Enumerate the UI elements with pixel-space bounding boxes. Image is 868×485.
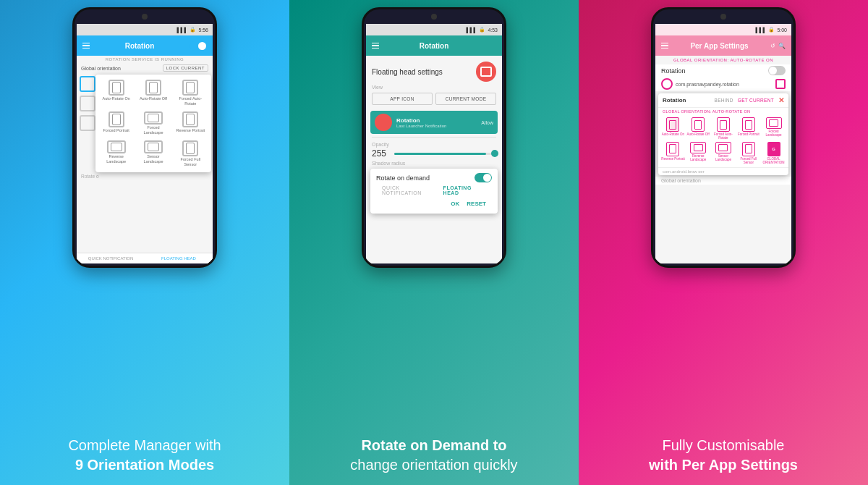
popup-icon-forced-auto [717,117,730,132]
icon-inner-p-forced-full [745,144,752,153]
floating-head-header: Floating head settings [366,56,502,85]
panel-pink: ▌▌▌ 🔒 5:00 Per App Settings ↺ [579,0,868,485]
search-icon-pink[interactable]: 🔍 [778,43,786,49]
icon-inner-p-auto-on [669,120,676,130]
signal-icon-blue: ▌▌▌ [176,28,187,33]
fh-icon [476,62,496,82]
global-orient-row: Global orientation LOCK CURRENT [77,63,213,73]
popup-label-sensor-landscape: Sensor Landscape [712,154,736,162]
rotation-toggle-pink[interactable] [768,66,786,75]
lock-current-btn[interactable]: LOCK CURRENT [163,64,208,72]
popup-icon-sensor-landscape [715,142,731,153]
popup-icon-auto-on [666,117,679,132]
orient-icon-forced-auto [182,80,198,96]
rotate-label-bottom: Rotate o [77,172,213,179]
popup-orient-forced-portrait[interactable]: Forced Portrait [736,117,760,140]
per-app-popup: Rotation BEHIND GET CURRENT ✕ GLOBAL ORI… [658,93,788,175]
quick-notif-tab-teal[interactable]: QUICK NOTIFICATION [382,185,438,195]
opacity-label: Opacity [372,142,496,147]
caption-line1-blue: Complete Manager with [68,437,221,453]
opacity-slider[interactable] [394,153,496,155]
notif-icon [375,114,392,131]
icon-inner-p-forced-auto [720,120,727,130]
opacity-value: 255 [372,148,390,159]
popup-icon-forced-full [742,142,755,156]
orient-label-reverse-portrait: Reverse Portrait [176,128,205,133]
status-bar-teal: ▌▌▌ 🔒 4:53 [366,24,502,35]
floating-head-tab-teal[interactable]: FLOATING HEAD [443,185,486,195]
popup-title: Rotation [663,97,686,104]
lock-icon-teal: 🔒 [479,27,485,33]
popup-orient-global[interactable]: G GLOBAL ORIENTATION [762,142,786,165]
app-header-teal: Rotation [366,35,502,56]
orient-item-auto-off[interactable]: Auto-Rotate Off [135,77,171,108]
orient-item-reverse-landscape[interactable]: Reverse Landscape [98,138,134,169]
hamburger-icon-teal [372,43,379,49]
time-blue: 5:56 [198,28,208,33]
popup-orient-reverse-portrait[interactable]: Reverse Portrait [661,142,685,165]
icon-inner-p-sensor-landscape [718,144,728,151]
notif-text: Rotation Last Launcher Notification [396,117,477,128]
orient-item-forced-portrait[interactable]: Forced Portrait [98,109,134,137]
popup-icon-auto-off [692,117,705,132]
global-icon-letter: G [772,147,775,151]
popup-label-reverse-portrait: Reverse Portrait [661,157,685,161]
popup-label-forced-full: Forced Full Sensor [736,157,760,165]
popup-label-forced-landscape: Forced Landscape [762,130,786,138]
current-mode-tab[interactable]: CURRENT MODE [435,93,496,105]
orient-item-forced-auto[interactable]: Forced Auto-Rotate [173,77,208,108]
icon-inner-forced-full [186,143,195,154]
signal-icon-teal: ▌▌▌ [466,28,477,33]
orient-item-forced-full[interactable]: Forced Full Sensor [173,138,208,169]
quick-notif-tab-blue[interactable]: QUICK NOTIFICATION [77,253,145,263]
caption-line1-teal: Rotate on Demand to [361,437,506,453]
panel-caption-pink: Fully Customisable with Per App Settings [637,429,809,485]
opacity-row: 255 [372,148,496,159]
history-icon-pink[interactable]: ↺ [770,43,775,49]
popup-orient-forced-auto[interactable]: Forced Auto-Rotate [712,117,736,140]
popup-orient-reverse-landscape[interactable]: Reverse Landscape [686,142,710,165]
orient-item-sensor-landscape[interactable]: Sensor Landscape [135,138,171,169]
app-title-teal: Rotation [420,42,449,50]
phone-body-pink: ▌▌▌ 🔒 5:00 Per App Settings ↺ [651,7,796,268]
popup-orient-auto-on[interactable]: Auto-Rotate On [661,117,685,140]
reset-btn[interactable]: RESET [467,201,486,207]
icon-inner-auto-off [149,82,158,93]
icon-inner-sensor-landscape [148,143,159,151]
floating-head-tab-blue[interactable]: FLOATING HEAD [145,253,213,263]
popup-get-current[interactable]: GET CURRENT [738,98,774,103]
popup-orient-sensor-landscape[interactable]: Sensor Landscape [712,142,736,165]
opacity-section: Opacity 255 [366,140,502,161]
popup-orient-forced-landscape[interactable]: Forced Landscape [762,117,786,140]
divider-teal [372,137,496,138]
app-icon-circle [661,78,673,90]
popup-orient-forced-full[interactable]: Forced Full Sensor [736,142,760,165]
rotation-label: Rotation [661,67,686,75]
toggle-blue[interactable] [190,41,207,51]
global-orient-label: Global orientation [81,66,121,71]
phone-wrapper-pink: ▌▌▌ 🔒 5:00 Per App Settings ↺ [579,7,868,429]
caption-line2-blue: 9 Orientation Modes [75,457,214,473]
rotate-demand-toggle[interactable] [475,173,492,182]
app-title-blue: Rotation [125,42,155,50]
popup-icon-forced-portrait [742,117,755,132]
popup-orient-auto-off[interactable]: Auto-Rotate Off [686,117,710,140]
left-icons-col [80,76,95,131]
hamburger-line-p3 [661,48,668,49]
popup-behind[interactable]: BEHIND [715,98,733,103]
notif-right: Allow [481,120,493,125]
camera-notch-blue [142,14,148,20]
popup-label-auto-on: Auto-Rotate On [662,132,684,136]
app-icon-tab[interactable]: APP ICON [372,93,433,105]
panel-blue: ▌▌▌ 🔒 5:56 Rotation [0,0,289,485]
orient-item-reverse-portrait[interactable]: Reverse Portrait [173,109,208,137]
panel-teal: ▌▌▌ 🔒 4:53 Rotation [289,0,579,485]
ok-btn[interactable]: OK [451,201,459,207]
popup-grid: Auto-Rotate On Auto-Rotate Off Forced Au… [658,115,788,167]
close-icon-pink[interactable]: ✕ [778,96,784,104]
orient-item-auto-on[interactable]: Auto-Rotate On [98,77,134,108]
orient-grid: Auto-Rotate On Auto-Rotate Off Forced Au… [98,77,208,169]
fh-icon-inner [480,67,492,77]
orient-item-forced-landscape[interactable]: Forced Landscape [135,109,171,137]
icon-inner-reverse-landscape [111,143,122,151]
